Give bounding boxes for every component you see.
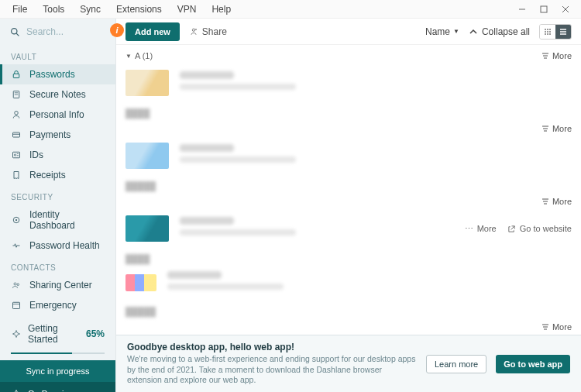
svg-point-23: [192, 29, 194, 31]
sidebar-item-sharing-center[interactable]: Sharing Center: [0, 275, 115, 295]
entry-thumbnail: [125, 274, 156, 291]
sidebar-item-label: Emergency: [29, 300, 77, 311]
filter-icon: [541, 198, 549, 205]
entry-thumbnail: [125, 143, 169, 169]
close-button[interactable]: [555, 1, 576, 18]
calendar-icon: [11, 300, 22, 311]
svg-point-29: [549, 31, 551, 33]
section-security: SECURITY: [0, 185, 115, 205]
sort-dropdown[interactable]: Name ▼: [425, 26, 459, 37]
svg-rect-6: [13, 74, 19, 77]
learn-more-button[interactable]: Learn more: [426, 355, 486, 373]
getting-started-progress: [11, 352, 105, 354]
svg-point-14: [14, 154, 15, 156]
minimize-button[interactable]: [511, 1, 533, 18]
info-badge-icon[interactable]: i: [110, 23, 124, 37]
menu-tools[interactable]: Tools: [35, 2, 72, 17]
password-list: ▼A (1) More ████ More: [116, 45, 581, 335]
list-item[interactable]: [125, 65, 572, 107]
group-more-button[interactable]: More: [541, 124, 572, 133]
external-link-icon: [507, 225, 516, 233]
person-icon: [11, 109, 22, 120]
content: i Add new Share Name ▼ Collapse all ▼: [116, 19, 581, 392]
getting-started-label: Getting Started: [28, 323, 80, 345]
sidebar-item-secure-notes[interactable]: Secure Notes: [0, 84, 115, 105]
go-to-web-app-button[interactable]: Go to web app: [496, 355, 570, 373]
sync-status[interactable]: Sync in progress: [0, 360, 115, 382]
sidebar-item-label: Personal Info: [29, 109, 84, 120]
entry-more-button[interactable]: ⋯More: [465, 224, 497, 234]
svg-point-19: [14, 283, 16, 285]
entry-text: [180, 71, 572, 95]
go-premium[interactable]: Go Premium: [0, 382, 115, 392]
window-controls: [511, 1, 576, 18]
list-item[interactable]: [125, 138, 572, 180]
sidebar-item-label: Secure Notes: [29, 89, 86, 100]
more-label: More: [552, 322, 572, 332]
banner-title: Goodbye desktop app, hello web app!: [127, 342, 417, 352]
share-label: Share: [202, 26, 227, 37]
migration-banner: Goodbye desktop app, hello web app! We'r…: [116, 335, 581, 392]
grid-view-button[interactable]: [540, 25, 555, 39]
menu-vpn[interactable]: VPN: [170, 2, 205, 17]
sidebar-item-identity-dashboard[interactable]: Identity Dashboard: [0, 205, 115, 236]
dots-icon: ⋯: [465, 224, 473, 234]
group-header-a: ▼A (1) More: [125, 48, 572, 65]
sidebar-item-label: IDs: [29, 150, 43, 160]
group-header: More: [125, 319, 572, 335]
sidebar-item-ids[interactable]: IDs: [0, 145, 115, 165]
menu-help[interactable]: Help: [204, 2, 239, 17]
collapse-all-button[interactable]: Collapse all: [469, 26, 530, 37]
maximize-button[interactable]: [533, 1, 555, 18]
getting-started[interactable]: Getting Started 65%: [0, 315, 115, 352]
svg-point-26: [549, 29, 551, 30]
svg-point-25: [547, 29, 548, 30]
group-more-button[interactable]: More: [541, 197, 572, 206]
group-letter[interactable]: ▼A (1): [125, 51, 153, 60]
group-more-button[interactable]: More: [541, 322, 572, 332]
target-icon: [11, 215, 22, 225]
list-item[interactable]: ⋯More Go to website: [125, 211, 572, 253]
group-header: More: [125, 194, 572, 211]
menu-file[interactable]: File: [5, 2, 35, 17]
entry-thumbnail: [125, 215, 169, 242]
filter-icon: [541, 52, 549, 60]
pulse-icon: [11, 240, 22, 251]
list-view-button[interactable]: [555, 25, 571, 39]
sidebar-item-receipts[interactable]: Receipts: [0, 165, 115, 185]
group-more-button[interactable]: More: [541, 51, 572, 60]
menu-extensions[interactable]: Extensions: [108, 2, 170, 17]
svg-point-24: [545, 29, 546, 30]
list-item[interactable]: [125, 266, 572, 305]
sidebar-item-personal-info[interactable]: Personal Info: [0, 105, 115, 125]
svg-point-18: [15, 219, 17, 221]
note-icon: [11, 89, 22, 100]
sidebar-item-label: Password Health: [29, 240, 100, 251]
entry-text: [180, 217, 454, 240]
sidebar-item-passwords[interactable]: Passwords: [0, 64, 115, 84]
add-new-button[interactable]: Add new: [125, 22, 180, 41]
chevron-down-icon: ▼: [453, 28, 459, 35]
card-icon: [11, 129, 22, 140]
sidebar-item-label: Passwords: [29, 69, 75, 80]
entry-text: [180, 144, 572, 167]
view-toggle: [539, 24, 572, 40]
sidebar-item-password-health[interactable]: Password Health: [0, 236, 115, 256]
entry-thumbnail: [125, 70, 169, 96]
sidebar-item-label: Identity Dashboard: [29, 209, 105, 231]
entry-text: [167, 271, 572, 294]
getting-started-percent: 65%: [86, 328, 105, 339]
sidebar-item-emergency[interactable]: Emergency: [0, 295, 115, 315]
lock-icon: [11, 69, 22, 80]
sidebar-item-label: Payments: [29, 129, 70, 140]
id-icon: [11, 150, 22, 160]
sidebar-item-payments[interactable]: Payments: [0, 125, 115, 145]
menu-sync[interactable]: Sync: [72, 2, 108, 17]
section-vault: VAULT: [0, 45, 115, 64]
svg-rect-1: [541, 6, 547, 12]
sidebar-item-label: Receipts: [29, 170, 66, 181]
section-contacts: CONTACTS: [0, 256, 115, 275]
share-button[interactable]: Share: [189, 26, 227, 37]
svg-point-31: [547, 33, 548, 35]
go-to-website-button[interactable]: Go to website: [507, 224, 572, 233]
